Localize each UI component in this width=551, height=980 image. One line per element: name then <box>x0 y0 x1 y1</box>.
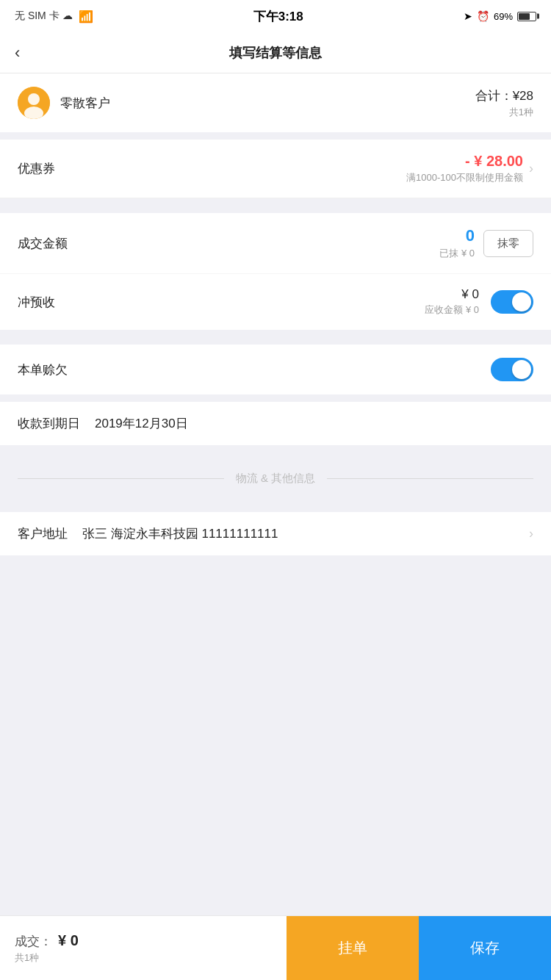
transaction-label: 成交金额 <box>18 235 68 252</box>
transaction-section: 成交金额 0 已抹 ¥ 0 抹零 冲预收 ¥ 0 应收金额 ¥ 0 <box>0 213 551 330</box>
bottom-info-main: 成交： ¥ 0 <box>15 932 272 950</box>
transaction-amount-row: 成交金额 0 已抹 ¥ 0 抹零 <box>0 213 551 274</box>
customer-total: 合计：¥28 <box>475 87 533 104</box>
section-divider-3 <box>0 453 551 460</box>
section-divider-1 <box>0 206 551 213</box>
section-divider-2 <box>0 337 551 345</box>
prepayment-toggle[interactable] <box>491 290 533 314</box>
customer-section: 零散客户 合计：¥28 共1种 <box>0 73 551 132</box>
duedate-value: 2019年12月30日 <box>95 415 188 432</box>
bottom-transaction-amount: ¥ 0 <box>58 932 79 949</box>
prepayment-row: 冲预收 ¥ 0 应收金额 ¥ 0 <box>0 274 551 330</box>
coupon-label: 优惠券 <box>18 160 55 177</box>
debt-toggle[interactable] <box>491 358 533 381</box>
duedate-section: 收款到期日 2019年12月30日 <box>0 402 551 445</box>
customer-count: 共1种 <box>475 106 533 119</box>
location-icon: ➤ <box>464 10 472 22</box>
customer-name: 零散客户 <box>60 95 110 112</box>
coupon-right: - ¥ 28.00 满1000-100不限制使用金额 › <box>406 153 533 184</box>
empty-space <box>0 563 551 651</box>
logistics-section: 物流 & 其他信息 <box>0 460 551 497</box>
wifi-icon: 📶 <box>79 10 93 24</box>
toggle-knob <box>512 292 531 311</box>
hold-button-label: 挂单 <box>338 938 367 958</box>
transaction-right: 0 已抹 ¥ 0 抹零 <box>439 226 533 260</box>
hold-button[interactable]: 挂单 <box>287 916 419 981</box>
prepayment-right: ¥ 0 应收金额 ¥ 0 <box>425 287 533 317</box>
status-left: 无 SIM 卡 ☁ 📶 <box>15 10 93 24</box>
save-button-label: 保存 <box>470 938 500 958</box>
svg-point-1 <box>28 93 40 105</box>
divider-line-left <box>18 478 224 479</box>
battery-percent: 69% <box>494 11 513 22</box>
no-sim-text: 无 SIM 卡 ☁ <box>15 10 73 23</box>
save-button[interactable]: 保存 <box>419 916 551 981</box>
section-divider-4 <box>0 497 551 505</box>
status-time: 下午3:18 <box>253 8 303 25</box>
address-chevron-icon: › <box>529 526 533 541</box>
debt-label: 本单赊欠 <box>18 361 68 378</box>
coupon-section[interactable]: 优惠券 - ¥ 28.00 满1000-100不限制使用金额 › <box>0 140 551 198</box>
transaction-amount-value: 0 <box>439 226 475 245</box>
chevron-right-icon: › <box>529 161 533 176</box>
coupon-amount: - ¥ 28.00 <box>406 153 523 170</box>
bottom-transaction-label: 成交： <box>15 933 52 950</box>
status-right: ➤ ⏰ 69% <box>464 10 536 22</box>
content-area: 零散客户 合计：¥28 共1种 优惠券 - ¥ 28.00 满1000-100不… <box>0 73 551 717</box>
alarm-icon: ⏰ <box>477 10 489 22</box>
status-bar: 无 SIM 卡 ☁ 📶 下午3:18 ➤ ⏰ 69% <box>0 0 551 32</box>
bottom-bar: 成交： ¥ 0 共1种 挂单 保存 <box>0 915 551 980</box>
bottom-info: 成交： ¥ 0 共1种 <box>0 932 287 965</box>
page-title: 填写结算等信息 <box>229 44 322 62</box>
debt-toggle-knob <box>512 360 531 379</box>
duedate-row: 收款到期日 2019年12月30日 <box>18 415 533 432</box>
transaction-sub: 已抹 ¥ 0 <box>439 247 475 260</box>
round-button[interactable]: 抹零 <box>483 230 533 257</box>
prepayment-main-amount: ¥ 0 <box>425 287 479 302</box>
prepayment-sub-amount: 应收金额 ¥ 0 <box>425 303 479 317</box>
back-button[interactable]: ‹ <box>15 43 20 62</box>
address-value: 张三 海淀永丰科技园 11111111111 <box>82 525 523 542</box>
divider-line-right <box>327 478 533 479</box>
coupon-desc: 满1000-100不限制使用金额 <box>406 171 523 184</box>
customer-avatar <box>18 87 50 119</box>
address-section[interactable]: 客户地址 张三 海淀永丰科技园 11111111111 › <box>0 512 551 555</box>
duedate-label: 收款到期日 <box>18 415 80 432</box>
customer-right: 合计：¥28 共1种 <box>475 87 533 119</box>
battery-icon <box>517 12 536 21</box>
logistics-divider-row: 物流 & 其他信息 <box>0 472 551 486</box>
customer-left: 零散客户 <box>18 87 110 119</box>
debt-section: 本单赊欠 <box>0 345 551 394</box>
logistics-label: 物流 & 其他信息 <box>236 472 315 486</box>
address-label: 客户地址 <box>18 525 68 542</box>
bottom-count: 共1种 <box>15 951 272 965</box>
prepayment-amounts: ¥ 0 应收金额 ¥ 0 <box>425 287 479 317</box>
prepayment-label: 冲预收 <box>18 294 55 311</box>
nav-bar: ‹ 填写结算等信息 <box>0 32 551 73</box>
